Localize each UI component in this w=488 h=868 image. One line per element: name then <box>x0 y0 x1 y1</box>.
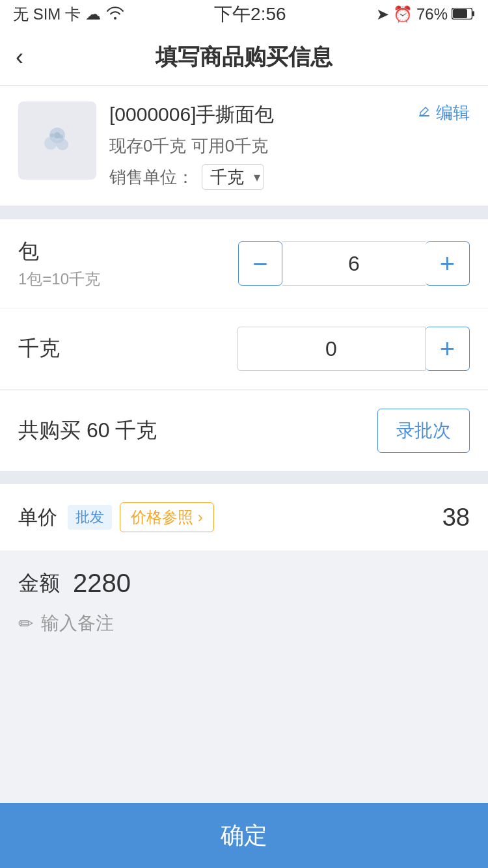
svg-point-7 <box>50 133 54 137</box>
product-header: [0000006]手撕面包 编辑 <box>109 102 470 128</box>
bao-row: 包 1包=10千克 − + <box>0 219 488 308</box>
price-ref-button[interactable]: 价格参照 › <box>120 502 214 532</box>
battery-icon <box>452 5 475 23</box>
battery-text: 76% <box>416 5 448 23</box>
svg-rect-1 <box>453 9 467 18</box>
status-bar: 无 SIM 卡 ☁ 下午2:56 ➤ ⏰ 76% <box>0 0 488 29</box>
svg-point-5 <box>57 139 68 150</box>
unit-select-wrapper[interactable]: 千克 <box>202 164 264 190</box>
wifi-icon <box>106 5 124 23</box>
price-section: 单价 批发 价格参照 › 38 <box>0 484 488 550</box>
status-time: 下午2:56 <box>214 2 286 27</box>
page-title: 填写商品购买信息 <box>156 42 332 72</box>
bao-sub-label: 1包=10千克 <box>18 269 135 290</box>
section-divider-1 <box>0 206 488 219</box>
input-section: 包 1包=10千克 − + 千克 + <box>0 219 488 390</box>
nav-bar: ‹ 填写商品购买信息 <box>0 29 488 86</box>
bao-main-label: 包 <box>18 237 135 266</box>
svg-rect-2 <box>472 11 474 16</box>
svg-point-4 <box>44 137 57 150</box>
summary-row: 共购买 60 千克 录批次 <box>0 390 488 471</box>
product-card: [0000006]手撕面包 编辑 现存0千克 可用0千克 销售单位： 千克 <box>0 86 488 206</box>
product-name: [0000006]手撕面包 <box>109 102 418 128</box>
amount-label: 金额 <box>18 569 60 598</box>
qianke-main-label: 千克 <box>18 334 135 363</box>
unit-select[interactable]: 千克 <box>202 164 264 190</box>
section-divider-2 <box>0 471 488 484</box>
product-info: [0000006]手撕面包 编辑 现存0千克 可用0千克 销售单位： 千克 <box>109 102 470 190</box>
edit-button[interactable]: 编辑 <box>418 102 470 124</box>
remark-text: 输入备注 <box>41 611 114 636</box>
qianke-input[interactable] <box>237 327 426 371</box>
bao-input[interactable] <box>282 241 426 286</box>
qianke-row: 千克 + <box>0 308 488 390</box>
amount-section: 金额 2280 ✏ 输入备注 <box>0 550 488 654</box>
svg-point-8 <box>59 135 63 139</box>
price-row: 单价 批发 价格参照 › 38 <box>0 484 488 550</box>
bao-stepper: − + <box>238 241 470 286</box>
back-button[interactable]: ‹ <box>16 44 23 71</box>
amount-value: 2280 <box>73 569 131 598</box>
qianke-label-group: 千克 <box>18 334 135 363</box>
status-left: 无 SIM 卡 ☁ <box>13 4 124 25</box>
confirm-label: 确定 <box>221 820 267 852</box>
product-stock: 现存0千克 可用0千克 <box>109 135 470 157</box>
unit-label: 销售单位： <box>109 166 194 189</box>
alarm-icon: ⏰ <box>393 5 413 23</box>
price-value: 38 <box>442 504 470 532</box>
sim-status: 无 SIM 卡 ☁ <box>13 4 101 25</box>
batch-button[interactable]: 录批次 <box>377 409 470 453</box>
summary-text: 共购买 60 千克 <box>18 416 157 445</box>
remark-icon: ✏ <box>18 613 33 634</box>
location-icon: ➤ <box>376 5 389 23</box>
product-image <box>18 102 96 180</box>
price-tag-pifa: 批发 <box>68 505 112 530</box>
price-label: 单价 <box>18 504 57 531</box>
confirm-button[interactable]: 确定 <box>0 803 488 868</box>
product-unit-row: 销售单位： 千克 <box>109 164 470 190</box>
edit-label: 编辑 <box>436 102 470 124</box>
bao-minus-button[interactable]: − <box>238 241 282 286</box>
qianke-controls: + <box>237 327 470 371</box>
status-right: ➤ ⏰ 76% <box>376 5 475 23</box>
bao-plus-button[interactable]: + <box>426 241 470 286</box>
amount-row: 金额 2280 <box>18 569 470 598</box>
qianke-plus-button[interactable]: + <box>426 327 470 371</box>
bao-label-group: 包 1包=10千克 <box>18 237 135 290</box>
remark-row[interactable]: ✏ 输入备注 <box>18 611 470 636</box>
